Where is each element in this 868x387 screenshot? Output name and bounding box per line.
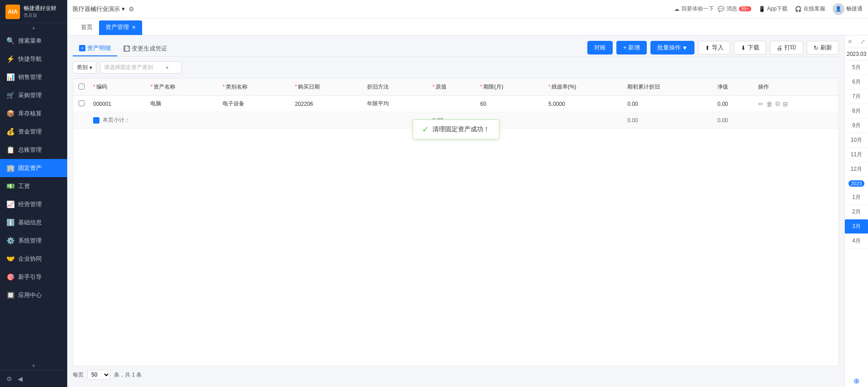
company-selector[interactable]: 医疗器械行业演示 ▾ xyxy=(73,5,125,13)
cell-net-value: 0.00 xyxy=(714,96,754,112)
col-period: *期限(月) xyxy=(476,79,545,96)
more-icon[interactable]: ⊞ xyxy=(783,100,788,108)
tab-close-icon[interactable]: ✕ xyxy=(132,25,136,30)
month-item-12[interactable]: 12月 xyxy=(845,162,868,177)
company-name: 医疗器械行业演示 xyxy=(73,5,120,13)
new-btn[interactable]: + 新增 xyxy=(616,41,647,55)
per-page-label: 每页 xyxy=(73,371,84,379)
search-icon: 🔍 xyxy=(6,37,15,45)
select-all-checkbox[interactable] xyxy=(79,84,84,89)
year-badge: 2023 xyxy=(848,180,864,187)
toast-check-icon: ✓ xyxy=(422,124,429,134)
month-item-11[interactable]: 11月 xyxy=(845,148,868,162)
sidebar-item-app-center[interactable]: 🔲 应用中心 xyxy=(0,286,67,304)
sidebar-item-label: 新手引导 xyxy=(18,273,42,281)
collapse-icon[interactable]: ◀ xyxy=(18,375,23,382)
sub-tab-generate-voucher[interactable]: 📄 变更生成凭证 xyxy=(117,41,174,56)
panel-expand-btn[interactable]: ⤢ xyxy=(860,38,865,45)
sub-tab-asset-detail[interactable]: ≡ 资产明细 xyxy=(73,41,117,56)
col-residual-rate: *残值率(%) xyxy=(545,79,624,96)
import-label: 导入 xyxy=(712,44,724,52)
row-checkbox[interactable] xyxy=(79,100,84,106)
month-item-3[interactable]: 3月 xyxy=(845,219,868,234)
guide-icon: 🎯 xyxy=(6,273,15,281)
month-item-10[interactable]: 10月 xyxy=(845,133,868,148)
month-item-4[interactable]: 4月 xyxy=(845,234,868,248)
year-label: 2023.03 xyxy=(845,48,868,60)
col-depreciation-method: 折旧方法 xyxy=(363,79,429,96)
operations-icon: 📈 xyxy=(6,200,15,208)
cloud-icon: ☁ xyxy=(674,6,680,12)
sidebar-item-guide[interactable]: 🎯 新手引导 xyxy=(0,268,67,286)
online-service-btn[interactable]: 🎧 在线客服 xyxy=(795,5,825,13)
sidebar-item-search[interactable]: 🔍 搜索菜单 xyxy=(0,32,67,50)
experience-btn[interactable]: ☁ 我要体验一下 xyxy=(674,5,714,13)
copy-icon[interactable]: ⧉ xyxy=(775,100,780,108)
category-select[interactable]: 类别 ▾ xyxy=(73,61,96,74)
sidebar-item-quick-nav[interactable]: ⚡ 快捷导航 xyxy=(0,50,67,68)
batch-label: 批量操作 xyxy=(657,44,681,52)
avatar: 👤 xyxy=(833,3,844,15)
month-item-5[interactable]: 5月 xyxy=(845,60,868,75)
sidebar-item-funds[interactable]: 💰 资金管理 xyxy=(0,123,67,141)
download-btn[interactable]: ⬇ 下载 xyxy=(734,41,766,55)
print-btn[interactable]: 🖨 打印 xyxy=(770,41,803,55)
messages-btn[interactable]: 💬 消息 99+ xyxy=(718,5,751,13)
logo-text: 畅捷通好业财 xyxy=(24,5,56,12)
month-item-2[interactable]: 2月 xyxy=(845,205,868,219)
batch-btn[interactable]: 批量操作 ▼ xyxy=(650,41,694,55)
total-count: 条，共 1 条 xyxy=(114,371,142,379)
sidebar-item-label: 总账管理 xyxy=(18,146,42,154)
tabs-bar: 首页 资产管理 ✕ xyxy=(67,18,868,35)
per-page-select[interactable]: 50 100 200 xyxy=(87,370,110,380)
cell-name: 电脑 xyxy=(147,96,219,112)
category-value-dropdown-icon: ▾ xyxy=(166,64,169,71)
sidebar-item-system[interactable]: ⚙️ 系统管理 xyxy=(0,232,67,250)
expand-bottom-btn[interactable]: ⊕ xyxy=(853,377,859,385)
app-download-btn[interactable]: 📱 App下载 xyxy=(759,5,788,13)
sidebar-item-payroll[interactable]: 💵 工资 xyxy=(0,177,67,195)
sidebar-item-fixed-assets[interactable]: 🏢 固定资产 xyxy=(0,159,67,177)
subtotal-label: 本页小计： xyxy=(89,112,429,129)
reconcile-btn[interactable]: 对账 xyxy=(587,41,613,55)
cell-category: 电子设备 xyxy=(219,96,291,112)
edit-icon[interactable]: ✏ xyxy=(758,100,764,108)
sidebar-item-ledger[interactable]: 📋 总账管理 xyxy=(0,141,67,159)
sidebar-item-basic-info[interactable]: ℹ️ 基础信息 xyxy=(0,213,67,232)
sidebar-item-operations[interactable]: 📈 经营管理 xyxy=(0,195,67,213)
import-btn[interactable]: ⬆ 导入 xyxy=(698,41,730,55)
sidebar-scroll-down[interactable]: ▼ xyxy=(30,362,37,369)
month-item-8[interactable]: 8月 xyxy=(845,104,868,119)
tab-home[interactable]: 首页 xyxy=(74,20,99,35)
refresh-btn[interactable]: ↻ 刷新 xyxy=(807,41,839,55)
topbar-gear-icon[interactable]: ⚙ xyxy=(129,5,134,13)
month-item-6[interactable]: 6月 xyxy=(845,75,868,89)
cell-period: 60 xyxy=(476,96,545,112)
tab-asset-mgmt[interactable]: 资产管理 ✕ xyxy=(99,20,142,35)
ledger-icon: 📋 xyxy=(6,146,15,154)
sidebar-item-sales[interactable]: 📊 销售管理 xyxy=(0,68,67,86)
sidebar-scroll-up[interactable]: ▲ xyxy=(30,24,37,31)
sidebar-item-label: 工资 xyxy=(18,182,30,190)
col-action: 操作 xyxy=(754,79,838,96)
cell-code: 000001 xyxy=(89,96,147,112)
online-service-label: 在线客服 xyxy=(804,5,825,13)
basic-info-icon: ℹ️ xyxy=(6,218,15,227)
cell-original-value xyxy=(429,96,476,112)
print-label: 打印 xyxy=(784,44,796,52)
content-main: ≡ 资产明细 📄 变更生成凭证 对账 + 新增 批量操作 ▼ ⬆ xyxy=(67,35,844,387)
month-item-7[interactable]: 7月 xyxy=(845,89,868,104)
sidebar-item-inventory[interactable]: 📦 库存核算 xyxy=(0,104,67,123)
user-menu-btn[interactable]: 👤 畅捷通 xyxy=(833,3,863,15)
sidebar-item-purchase[interactable]: 🛒 采购管理 xyxy=(0,86,67,104)
category-value-select[interactable]: 请选择固定资产类别 ▾ xyxy=(100,61,182,74)
delete-icon[interactable]: 🗑 xyxy=(766,100,773,108)
panel-close-btn[interactable]: ✕ xyxy=(848,38,853,45)
month-item-1[interactable]: 1月 xyxy=(845,190,868,205)
sidebar-item-enterprise[interactable]: 🤝 企业协同 xyxy=(0,250,67,268)
tab-asset-mgmt-label: 资产管理 xyxy=(105,23,129,31)
sub-tab-asset-detail-label: 资产明细 xyxy=(87,44,111,52)
settings-bottom-icon[interactable]: ⚙ xyxy=(6,375,12,382)
app-center-icon: 🔲 xyxy=(6,291,15,299)
month-item-9[interactable]: 9月 xyxy=(845,119,868,133)
